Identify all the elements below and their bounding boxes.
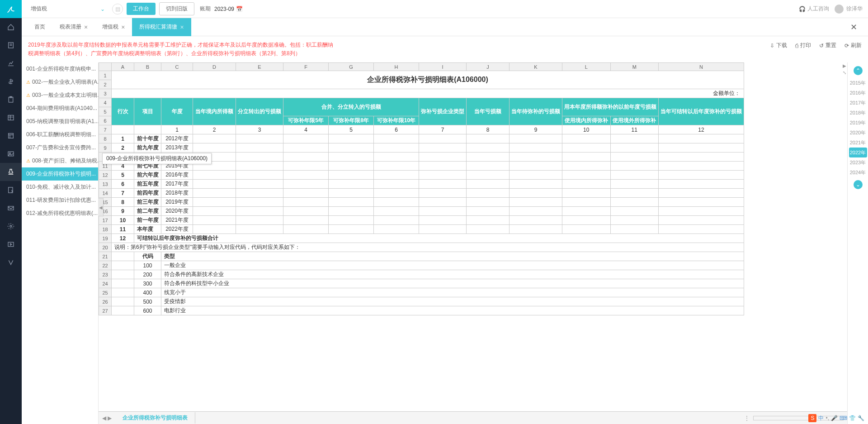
ime-sogou-icon[interactable]: S: [808, 414, 816, 422]
chevron-down-icon: ⌄: [100, 6, 105, 12]
workspace-button[interactable]: 工作台: [127, 3, 156, 15]
collapse-sidebar-handle[interactable]: ◀: [99, 198, 104, 216]
tab-1[interactable]: 税表清册×: [52, 18, 95, 36]
download-icon: ⇩: [770, 43, 774, 49]
scroll-up-button[interactable]: ⌃: [854, 66, 863, 75]
headset-icon: 🎧: [799, 6, 806, 12]
reset-icon: ↺: [819, 43, 824, 49]
nav-chart-icon[interactable]: [0, 54, 22, 72]
svg-rect-4: [9, 133, 14, 138]
report-item[interactable]: 004-期间费用明细表(A1040...: [22, 102, 98, 115]
tab-2[interactable]: 增值税×: [95, 18, 132, 36]
nav-export-icon[interactable]: [0, 181, 22, 199]
tab-0[interactable]: 首页: [27, 18, 52, 36]
warning-icon: ⚠: [26, 158, 30, 163]
year-sidebar: ⌃ 2015年2016年2017年2018年2019年2020年2021年202…: [847, 62, 868, 424]
nav-video-icon[interactable]: [0, 235, 22, 253]
nav-image-icon[interactable]: [0, 145, 22, 163]
year-button[interactable]: 2024年: [849, 167, 867, 177]
year-button[interactable]: 2022年: [849, 148, 867, 157]
ime-tool-icon[interactable]: 🔧: [858, 415, 864, 421]
year-button[interactable]: 2017年: [849, 98, 867, 108]
ime-lang-button[interactable]: 中: [818, 414, 824, 422]
tab-close-icon[interactable]: ×: [180, 24, 184, 31]
year-button[interactable]: 2020年: [849, 128, 867, 138]
sheet-tabs-bar: ◀ ▶ 企业所得税弥补亏损明细表 ⋮: [99, 411, 847, 424]
svg-rect-10: [8, 242, 14, 246]
spreadsheet[interactable]: ABCDEFGHIJKLMN1企业所得税弥补亏损明细表(A106000)23金额…: [99, 62, 847, 411]
ime-keyboard-icon[interactable]: ⌨: [840, 415, 847, 421]
svg-rect-3: [8, 115, 14, 120]
unit-label: 金额单位：: [112, 89, 744, 98]
ime-skin-icon[interactable]: 👕: [849, 415, 856, 421]
year-button[interactable]: 2019年: [849, 118, 867, 128]
year-button[interactable]: 2023年: [849, 157, 867, 167]
scroll-down-button[interactable]: ⌄: [854, 180, 863, 189]
ime-toolbar: S 中 •, 🎤 ⌨ 👕 🔧: [808, 414, 864, 422]
notice-text: 2019年度涉及取以前年度结转数据的申报表单元格需要手工维护正确，才能保证本年及…: [28, 41, 335, 58]
nav-clipboard-icon[interactable]: [0, 91, 22, 109]
report-item[interactable]: ⚠003-一般企业成本支出明细...: [22, 89, 98, 102]
report-item[interactable]: 005-纳税调整项目明细表(A1...: [22, 115, 98, 128]
report-item[interactable]: 006-职工薪酬纳税调整明细...: [22, 128, 98, 141]
nav-mail-icon[interactable]: [0, 199, 22, 217]
nav-sidebar: [0, 0, 22, 424]
svg-point-6: [9, 152, 11, 154]
warning-icon: ⚠: [26, 93, 30, 98]
tabs-bar: 首页税表清册×增值税×所得税汇算清缴× ✕: [22, 18, 868, 36]
print-icon: ⎙: [795, 43, 798, 49]
report-tooltip: 009-企业所得税弥补亏损明细表(A106000): [102, 153, 212, 164]
nav-template-icon[interactable]: [0, 127, 22, 145]
nav-doc-icon[interactable]: [0, 36, 22, 54]
nav-table-icon[interactable]: [0, 109, 22, 127]
report-item[interactable]: ⚠002-一般企业收入明细表(A...: [22, 76, 98, 89]
report-item[interactable]: 001-企业所得税年度纳税申...: [22, 62, 98, 76]
tab-close-icon[interactable]: ×: [84, 24, 88, 31]
calendar-icon[interactable]: 📅: [236, 6, 243, 12]
ime-mic-icon[interactable]: 🎤: [831, 415, 838, 421]
period-value[interactable]: 2023-09: [214, 6, 234, 12]
nav-settings-icon[interactable]: [0, 217, 22, 235]
year-button[interactable]: 2021年: [849, 138, 867, 148]
reports-list: 001-企业所得税年度纳税申...⚠002-一般企业收入明细表(A...⚠003…: [22, 62, 99, 424]
report-item[interactable]: 011-研发费用加计扣除优惠...: [22, 194, 98, 207]
year-button[interactable]: 2016年: [849, 88, 867, 98]
support-button[interactable]: 🎧 人工咨询: [799, 5, 829, 13]
close-all-tabs[interactable]: ✕: [845, 22, 863, 32]
nav-money-icon[interactable]: [0, 72, 22, 91]
app-header: 增值税 ⌄ ▤ 工作台 切到旧版 账期 2023-09 📅 🎧 人工咨询 徐泽华: [22, 0, 868, 18]
year-button[interactable]: 2018年: [849, 108, 867, 118]
warning-icon: ⚠: [26, 80, 30, 85]
tab-close-icon[interactable]: ×: [121, 24, 125, 31]
ime-punct-button[interactable]: •,: [826, 415, 829, 421]
report-item[interactable]: ⚠008-资产折旧、摊销及纳税...: [22, 154, 98, 167]
nav-stamp-icon[interactable]: [0, 163, 22, 181]
user-menu[interactable]: 徐泽华: [835, 5, 863, 14]
archive-icon[interactable]: ▤: [112, 4, 123, 14]
nav-v-icon[interactable]: [0, 253, 22, 272]
avatar: [835, 5, 844, 14]
period-label: 账期: [200, 5, 211, 13]
refresh-icon: ⟳: [844, 43, 849, 49]
report-item[interactable]: 009-企业所得税弥补亏损明...: [22, 167, 98, 181]
reset-button[interactable]: ↺重置: [819, 42, 836, 49]
sheet-title: 企业所得税弥补亏损明细表(A106000): [112, 71, 744, 89]
download-button[interactable]: ⇩下载: [770, 42, 787, 49]
module-select[interactable]: 增值税 ⌄: [27, 3, 108, 14]
refresh-button[interactable]: ⟳刷新: [844, 42, 862, 49]
old-version-button[interactable]: 切到旧版: [159, 2, 194, 15]
year-button[interactable]: 2015年: [849, 78, 867, 88]
svg-rect-8: [8, 206, 14, 210]
svg-point-9: [10, 225, 12, 227]
sheet-nav-prev[interactable]: ◀ ▶: [99, 415, 115, 421]
report-item[interactable]: 010-免税、减计收入及加计...: [22, 181, 98, 194]
print-button[interactable]: ⎙打印: [795, 42, 811, 49]
report-item[interactable]: 012-减免所得税优惠明细表(...: [22, 207, 98, 220]
report-item[interactable]: 007-广告费和业务宣传费跨...: [22, 141, 98, 154]
nav-home-icon[interactable]: [0, 18, 22, 36]
app-logo[interactable]: [0, 0, 22, 18]
tab-3[interactable]: 所得税汇算清缴×: [132, 18, 191, 36]
sheet-tab[interactable]: 企业所得税弥补亏损明细表: [115, 412, 195, 424]
